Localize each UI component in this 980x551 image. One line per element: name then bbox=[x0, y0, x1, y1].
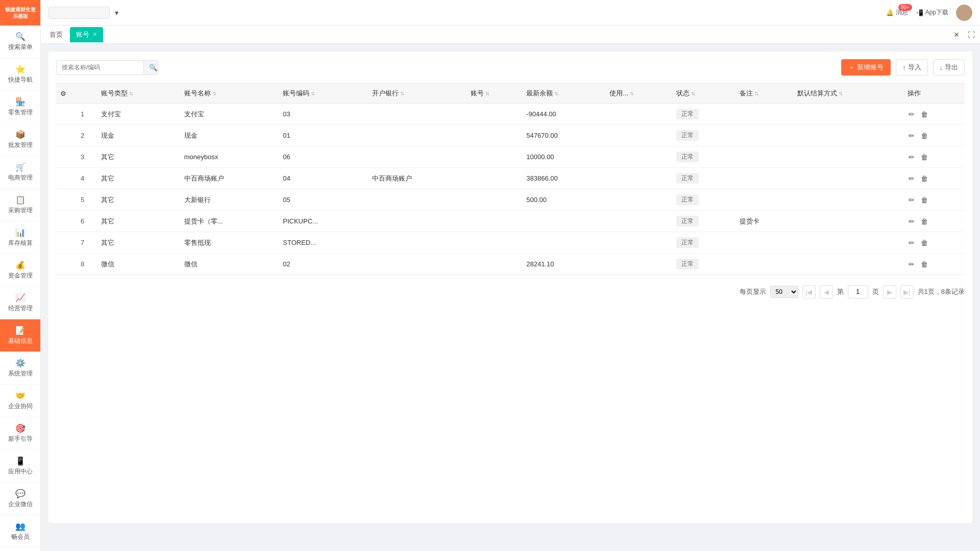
col-status[interactable]: 状态⇅ bbox=[672, 84, 736, 104]
delete-button[interactable]: 🗑 bbox=[920, 238, 929, 248]
prev-page-button[interactable]: ◀ bbox=[820, 285, 833, 298]
row-num: 5 bbox=[77, 189, 97, 211]
topbar: ▾ 🔔 消息 99+ 📲 App下载 bbox=[41, 0, 980, 26]
topbar-dropdown-icon[interactable]: ▾ bbox=[115, 9, 118, 17]
logo-text: 畅捷通财生意乐惠版 bbox=[5, 6, 36, 19]
sidebar-item-app-center[interactable]: 📱 应用中心 bbox=[0, 450, 40, 483]
topbar-search-input[interactable] bbox=[48, 7, 110, 19]
delete-button[interactable]: 🗑 bbox=[920, 195, 929, 205]
delete-button[interactable]: 🗑 bbox=[920, 259, 929, 269]
next-page-button[interactable]: ▶ bbox=[883, 285, 896, 298]
row-account bbox=[467, 232, 522, 254]
last-page-button[interactable]: ▶| bbox=[900, 285, 914, 298]
import-button[interactable]: ↑ 导入 bbox=[896, 59, 928, 76]
edit-button[interactable]: ✏ bbox=[908, 173, 916, 184]
col-type[interactable]: 账号类型⇅ bbox=[97, 84, 180, 104]
row-remark bbox=[736, 168, 793, 189]
edit-button[interactable]: ✏ bbox=[908, 152, 916, 162]
sidebar-item-quick-nav[interactable]: ⭐ 快捷导航 bbox=[0, 58, 40, 91]
edit-button[interactable]: ✏ bbox=[908, 259, 916, 269]
col-balance[interactable]: 最新余额⇅ bbox=[522, 84, 605, 104]
row-use bbox=[605, 232, 672, 254]
tab-maximize-button[interactable]: ⛶ bbox=[965, 29, 977, 41]
col-default-payment[interactable]: 默认结算方式⇅ bbox=[793, 84, 903, 104]
sidebar-item-operations[interactable]: 📈 经营管理 bbox=[0, 287, 40, 319]
system-icon: ⚙️ bbox=[3, 358, 38, 368]
sidebar-item-member[interactable]: 👥 畅会员 bbox=[0, 515, 40, 548]
row-status: 正常 bbox=[672, 189, 736, 211]
row-status: 正常 bbox=[672, 211, 736, 232]
page-number-input[interactable] bbox=[848, 285, 868, 298]
col-remark[interactable]: 备注⇅ bbox=[736, 84, 793, 104]
sidebar-item-basic-info[interactable]: 📝 基础信息 bbox=[0, 319, 40, 352]
table-row: 2 现金 现金 01 547670.00 正常 ✏ 🗑 bbox=[56, 125, 965, 146]
sidebar-item-enterprise[interactable]: 🤝 企业协同 bbox=[0, 385, 40, 417]
sidebar-item-label: 资金管理 bbox=[8, 272, 33, 279]
row-default-payment bbox=[793, 168, 903, 189]
row-use bbox=[605, 189, 672, 211]
enterprise-icon: 🤝 bbox=[3, 391, 38, 400]
notification-button[interactable]: 🔔 消息 99+ bbox=[886, 8, 908, 17]
col-use[interactable]: 使用...⇅ bbox=[605, 84, 672, 104]
sidebar-item-retail[interactable]: 🏪 零售管理 bbox=[0, 91, 40, 123]
delete-button[interactable]: 🗑 bbox=[920, 131, 929, 141]
sidebar-item-finance[interactable]: 💰 资金管理 bbox=[0, 254, 40, 287]
col-bank[interactable]: 开户银行⇅ bbox=[368, 84, 467, 104]
search-box: 🔍 bbox=[56, 60, 158, 75]
topbar-left: ▾ bbox=[48, 7, 118, 19]
col-settings[interactable]: ⚙ bbox=[56, 84, 77, 104]
sidebar-item-ecommerce[interactable]: 🛒 电商管理 bbox=[0, 156, 40, 189]
sidebar-item-wholesale[interactable]: 📦 批发管理 bbox=[0, 123, 40, 156]
sidebar-item-inventory[interactable]: 📊 库存核算 bbox=[0, 221, 40, 254]
sidebar-item-label: 系统管理 bbox=[8, 370, 33, 377]
first-page-button[interactable]: |◀ bbox=[802, 285, 816, 298]
delete-button[interactable]: 🗑 bbox=[920, 152, 929, 162]
edit-button[interactable]: ✏ bbox=[908, 216, 916, 227]
sidebar-item-search-menu[interactable]: 🔍 搜索菜单 bbox=[0, 26, 40, 58]
edit-button[interactable]: ✏ bbox=[908, 109, 916, 119]
app-download-button[interactable]: 📲 App下载 bbox=[916, 8, 948, 17]
row-settings bbox=[56, 146, 77, 168]
add-account-button[interactable]: ＋ 新增账号 bbox=[841, 59, 891, 76]
delete-button[interactable]: 🗑 bbox=[920, 109, 929, 119]
delete-button[interactable]: 🗑 bbox=[920, 216, 929, 227]
sidebar-item-system[interactable]: ⚙️ 系统管理 bbox=[0, 352, 40, 385]
row-actions: ✏ 🗑 bbox=[903, 125, 965, 146]
tab-home[interactable]: 首页 bbox=[43, 27, 69, 42]
app-icon: 📲 bbox=[916, 9, 923, 16]
col-code[interactable]: 账号编码⇅ bbox=[279, 84, 368, 104]
bell-icon: 🔔 bbox=[886, 9, 894, 16]
sidebar-item-purchase[interactable]: 📋 采购管理 bbox=[0, 189, 40, 221]
operations-icon: 📈 bbox=[3, 293, 38, 303]
search-menu-icon: 🔍 bbox=[3, 32, 38, 41]
sidebar-item-label: 经营管理 bbox=[8, 305, 33, 312]
edit-button[interactable]: ✏ bbox=[908, 131, 916, 141]
col-name[interactable]: 账号名称⇅ bbox=[180, 84, 279, 104]
add-icon: ＋ bbox=[848, 63, 855, 72]
page-suffix: 页 bbox=[872, 287, 879, 296]
sidebar-item-label: 企业协同 bbox=[8, 403, 33, 410]
row-status: 正常 bbox=[672, 168, 736, 189]
tab-account-close[interactable]: ✕ bbox=[92, 31, 97, 38]
row-type: 支付宝 bbox=[97, 104, 180, 125]
tab-close-all-button[interactable]: ✕ bbox=[950, 29, 963, 41]
edit-button[interactable]: ✏ bbox=[908, 238, 916, 248]
row-code: STORED... bbox=[279, 232, 368, 254]
tab-account[interactable]: 账号 ✕ bbox=[70, 27, 103, 42]
search-button[interactable]: 🔍 bbox=[143, 61, 158, 74]
row-default-payment bbox=[793, 146, 903, 168]
col-account[interactable]: 账号⇅ bbox=[467, 84, 522, 104]
row-type: 其它 bbox=[97, 232, 180, 254]
search-input[interactable] bbox=[57, 61, 143, 74]
sidebar-item-wechat[interactable]: 💬 企业微信 bbox=[0, 483, 40, 515]
basic-info-icon: 📝 bbox=[3, 325, 38, 335]
col-num bbox=[77, 84, 97, 104]
row-code: 04 bbox=[279, 168, 368, 189]
export-button[interactable]: ↓ 导出 bbox=[933, 59, 965, 76]
per-page-select[interactable]: 50 100 200 bbox=[770, 286, 798, 298]
delete-button[interactable]: 🗑 bbox=[920, 173, 929, 184]
sidebar-item-guide[interactable]: 🎯 新手引导 bbox=[0, 417, 40, 450]
avatar[interactable] bbox=[956, 5, 972, 21]
edit-button[interactable]: ✏ bbox=[908, 195, 916, 205]
row-bank bbox=[368, 146, 467, 168]
